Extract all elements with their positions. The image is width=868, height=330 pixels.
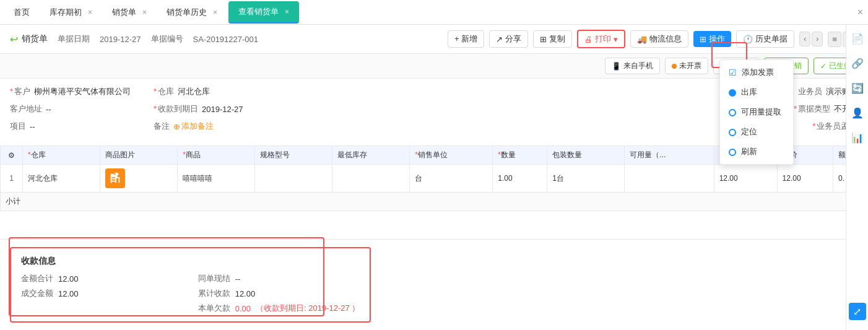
sidebar-expand-icon[interactable]: ⤢ xyxy=(849,303,866,320)
col-quantity: *数量 xyxy=(493,146,547,165)
print-button[interactable]: 🖨 打印 ▾ xyxy=(577,30,625,48)
project-field: 项目 -- xyxy=(10,121,134,132)
same-order-row: 同单现结 -- xyxy=(198,273,360,284)
refresh-item[interactable]: 刷新 xyxy=(720,142,793,162)
same-order-label: 同单现结 xyxy=(198,273,230,284)
product-image-icon xyxy=(108,172,122,185)
arrears-label: 本单欠款 xyxy=(198,303,230,314)
sidebar-doc-icon[interactable]: 📄 xyxy=(849,30,866,47)
check-effective-icon: ✓ xyxy=(820,62,827,71)
doc-meta: 单据日期 2019-12-27 单据编号 SA-20191227-001 xyxy=(58,33,258,45)
phone-button[interactable]: 📱 来自手机 xyxy=(605,58,660,74)
address-label: 客户地址 xyxy=(10,103,42,115)
tab-sales-order[interactable]: 销货单 × xyxy=(103,1,155,24)
locate-item[interactable]: 定位 xyxy=(720,122,793,142)
col-spec: 规格型号 xyxy=(255,146,332,165)
tab-home[interactable]: 首页 xyxy=(5,1,38,24)
row-pack-qty: 1台 xyxy=(547,165,625,193)
nav-arrows: ‹ › xyxy=(799,32,823,46)
add-note-button[interactable]: ⊕ 添加备注 xyxy=(173,121,214,132)
tab-view-sales-close[interactable]: × xyxy=(285,7,289,16)
project-label: 项目 xyxy=(10,121,26,132)
payment-date-field: 收款到期日 2019-12-27 xyxy=(154,103,277,115)
payment-grid: 金额合计 12.00 同单现结 -- 成交金额 12.00 累计收款 12.00 xyxy=(21,273,360,314)
copy-icon: ⊞ xyxy=(540,35,547,44)
available-qty-label: 可用量提取 xyxy=(741,106,781,118)
logistics-button[interactable]: 🚚 物流信息 xyxy=(630,30,688,48)
add-invoice-label: 添加发票 xyxy=(742,67,774,78)
row-product: 嘻嘻嘻嘻 xyxy=(178,165,255,193)
tab-view-sales-label: 查看销货单 xyxy=(238,6,279,17)
warehouse-out-radio xyxy=(729,89,736,97)
share-label: 分享 xyxy=(505,33,521,45)
deal-amount-label: 成交金额 xyxy=(21,288,53,299)
doc-date-value: 2019-12-27 xyxy=(100,35,141,44)
not-open-dot xyxy=(672,64,677,69)
warehouse-out-item[interactable]: 出库 xyxy=(720,82,793,102)
add-invoice-item[interactable]: ☑ 添加发票 xyxy=(720,63,793,82)
sidebar-refresh-icon[interactable]: 🔄 xyxy=(849,79,866,97)
refresh-label: 刷新 xyxy=(741,146,757,157)
doc-date-label: 单据日期 xyxy=(58,33,90,45)
deal-amount-value: 12.00 xyxy=(58,289,79,298)
doc-number-label: 单据编号 xyxy=(151,33,183,45)
next-button[interactable]: › xyxy=(812,32,823,46)
col-pack-qty: 包装数量 xyxy=(547,146,625,165)
add-label: + 新增 xyxy=(454,33,477,45)
not-open-button[interactable]: 未开票 xyxy=(665,58,708,74)
tab-sales-close[interactable]: × xyxy=(142,8,147,17)
row-available xyxy=(625,165,714,193)
project-value: -- xyxy=(30,122,35,131)
operations-label: 操作 xyxy=(709,33,725,45)
not-open-label: 未开票 xyxy=(679,61,701,71)
arrears-value: 0.00 xyxy=(235,304,251,313)
total-amount-label: 金额合计 xyxy=(21,273,53,284)
prev-button[interactable]: ‹ xyxy=(799,32,810,46)
row-num: 1 xyxy=(1,165,23,193)
subtotal-label: 小计 xyxy=(1,193,868,211)
tab-sales-history-close[interactable]: × xyxy=(213,8,217,17)
sidebar-user-icon[interactable]: 👤 xyxy=(849,104,866,121)
sidebar-chart-icon[interactable]: 📊 xyxy=(849,129,866,146)
doc-icon: ↩ xyxy=(10,33,18,45)
ticket-type-label: 票据类型 xyxy=(794,103,830,115)
phone-label: 来自手机 xyxy=(623,61,653,71)
cumulative-row: 累计收款 12.00 xyxy=(198,288,360,299)
add-button[interactable]: + 新增 xyxy=(448,30,484,48)
history-button[interactable]: 🕐 历史单据 xyxy=(736,30,794,48)
row-min-stock xyxy=(332,165,410,193)
col-settings[interactable]: ⚙ xyxy=(1,146,23,165)
tab-home-label: 首页 xyxy=(14,7,30,18)
tab-view-sales[interactable]: 查看销货单 × xyxy=(228,1,299,24)
tab-inventory-init[interactable]: 库存期初 × xyxy=(41,1,101,24)
tab-sales-label: 销货单 xyxy=(112,7,136,18)
address-value: -- xyxy=(46,105,51,114)
payment-box: 收款信息 金额合计 12.00 同单现结 -- 成交金额 12.00 累计收款 … xyxy=(10,247,371,323)
row-warehouse: 河北仓库 xyxy=(23,165,100,193)
print-icon: 🖨 xyxy=(584,35,592,44)
row-sales-unit: 台 xyxy=(410,165,493,193)
note-label: 备注 xyxy=(154,121,170,132)
available-qty-item[interactable]: 可用量提取 xyxy=(720,102,793,122)
col-min-stock: 最低库存 xyxy=(332,146,410,165)
warehouse-value: 河北仓库 xyxy=(178,86,210,97)
logistics-icon: 🚚 xyxy=(637,35,647,44)
sales-staff-label: 业务员孟 xyxy=(812,121,849,132)
customer-label: 客户 xyxy=(10,86,30,97)
close-all-button[interactable]: × xyxy=(857,7,863,18)
phone-icon: 📱 xyxy=(612,62,621,71)
add-note-label: 添加备注 xyxy=(181,121,214,132)
operations-button[interactable]: ⊞ 操作 xyxy=(693,31,731,47)
tab-inventory-close[interactable]: × xyxy=(88,8,92,17)
list-view-button[interactable]: ≡ xyxy=(828,32,841,47)
arrears-row: 本单欠款 0.00 （收款到期日: 2019-12-27 ） xyxy=(198,303,360,314)
total-amount-row: 金额合计 12.00 xyxy=(21,273,183,284)
doc-title-text: 销货单 xyxy=(22,33,48,45)
tab-sales-history[interactable]: 销货单历史 × xyxy=(158,1,226,24)
share-button[interactable]: ↗ 分享 xyxy=(489,30,528,48)
subtotal-row: 小计 xyxy=(1,193,868,211)
sidebar-link-icon[interactable]: 🔗 xyxy=(849,54,866,72)
copy-button[interactable]: ⊞ 复制 xyxy=(533,30,572,48)
staff-label: 业务员 xyxy=(798,86,822,97)
product-thumbnail xyxy=(105,168,125,188)
